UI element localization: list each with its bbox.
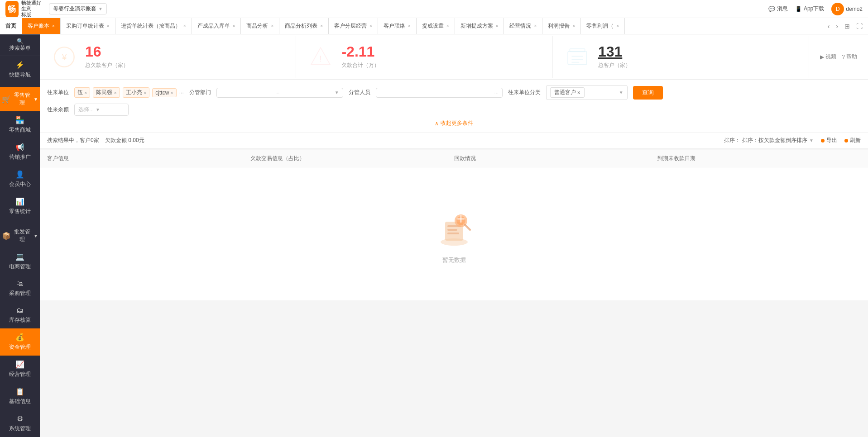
marketing-icon: 📢 — [15, 143, 24, 152]
sidebar-item-member[interactable]: 👤 会员中心 — [0, 166, 40, 193]
help-btn[interactable]: ? 帮助 — [842, 53, 857, 61]
filter-balance-input[interactable]: 选择... ▼ — [74, 104, 129, 116]
app-download-btn[interactable]: 📱 App下载 — [795, 5, 824, 13]
tab-close-icon[interactable]: × — [271, 24, 273, 28]
sidebar-item-operations[interactable]: 📈 经营管理 — [0, 356, 40, 383]
tag-close-chen[interactable]: × — [114, 90, 116, 95]
filter-person-select[interactable]: ··· — [376, 88, 503, 98]
member-icon: 👤 — [15, 170, 24, 179]
sort-selector[interactable]: 排序： 排序：按欠款金额倒序排序 ▼ — [724, 137, 814, 144]
query-button[interactable]: 查询 — [633, 86, 663, 100]
purchase-icon: 🛍 — [16, 280, 24, 288]
sidebar-item-inventory[interactable]: 🗂 库存核算 — [0, 302, 40, 328]
app-icon: 📱 — [795, 6, 802, 12]
svg-text:¥: ¥ — [62, 52, 67, 62]
video-btn[interactable]: ▶ 视频 — [820, 53, 836, 61]
tab-close-icon[interactable]: × — [496, 24, 499, 28]
filter-tag-cjttcw: cjttcw × — [152, 88, 176, 97]
filter-tag-wang: 王小亮 × — [123, 87, 149, 98]
svg-rect-13 — [447, 233, 459, 234]
filter-more-btn[interactable]: ··· — [179, 90, 184, 96]
tab-scroll-right-icon[interactable]: › — [834, 22, 840, 31]
sidebar-item-ecommerce[interactable]: 💻 电商管理 — [0, 248, 40, 275]
tag-close-wu[interactable]: × — [84, 90, 87, 95]
svg-text:!: ! — [320, 53, 322, 63]
tab-incoming-stats[interactable]: 进货单统计表（按商品） × — [115, 18, 192, 34]
avatar: D — [831, 3, 844, 15]
export-btn[interactable]: 导出 — [821, 137, 837, 144]
help-icon: ? — [842, 54, 845, 60]
sidebar-item-purchase[interactable]: 🛍 采购管理 — [0, 275, 40, 302]
filter-tag-wu: 伍 × — [74, 87, 90, 98]
classify-tag-close[interactable]: × — [577, 90, 580, 96]
sidebar-item-retail-stats[interactable]: 📊 零售统计 — [0, 193, 40, 220]
tab-customer-tier[interactable]: 客户分层经营 × — [329, 18, 378, 34]
tag-close-cjttcw[interactable]: × — [170, 90, 173, 95]
tab-close-icon[interactable]: × — [534, 24, 537, 28]
tab-more-icon[interactable]: ⊞ — [843, 22, 852, 31]
sidebar-item-marketing[interactable]: 📢 营销推广 — [0, 138, 40, 166]
message-btn[interactable]: 💬 消息 — [768, 5, 788, 13]
search-icon: 🔍 — [3, 38, 37, 44]
tab-fullscreen-icon[interactable]: ⛶ — [854, 22, 864, 31]
filter-label-classify: 往来单位分类 — [508, 89, 541, 96]
tag-close-wang[interactable]: × — [144, 90, 146, 95]
tab-add-commission[interactable]: 新增提成方案 × — [455, 18, 504, 34]
tab-close-icon[interactable]: × — [446, 24, 449, 28]
tab-profit-report[interactable]: 利润报告 × — [542, 18, 581, 34]
sidebar-item-finance[interactable]: 💰 资金管理 — [0, 328, 40, 356]
nav-tabs: 首页 客户账本 × 采购订单统计表 × 进货单统计表（按商品） × 产成品入库单… — [0, 18, 868, 34]
balance-chevron-icon: ▼ — [96, 107, 100, 112]
refresh-btn[interactable]: 刷新 — [844, 137, 861, 144]
tab-close-icon[interactable]: × — [233, 24, 235, 28]
user-menu[interactable]: D demo2 — [831, 3, 863, 15]
filter-classify-select[interactable]: 普通客户 × ▼ — [546, 85, 628, 100]
tab-close-icon[interactable]: × — [183, 24, 186, 28]
collapse-btn[interactable]: ∧ 收起更多条件 — [47, 119, 861, 127]
play-icon: ▶ — [820, 54, 824, 60]
sidebar-item-wholesale[interactable]: 📦 批发管理 ▼ — [0, 223, 40, 248]
sidebar-item-system[interactable]: ⚙ 系统管理 — [0, 410, 40, 437]
tab-customer-ledger[interactable]: 客户账本 × — [22, 18, 61, 34]
tab-commission-settings[interactable]: 提成设置 × — [417, 18, 455, 34]
top-bar-right: 💬 消息 📱 App下载 D demo2 — [768, 3, 863, 15]
chevron-down-icon: ▼ — [98, 6, 103, 11]
store-selector[interactable]: 母婴行业演示账套 ▼ — [49, 3, 107, 14]
tab-home[interactable]: 首页 — [0, 18, 22, 34]
stat-info-debt: -2.11 欠款合计（万） — [341, 44, 379, 69]
tab-close-icon[interactable]: × — [52, 24, 55, 28]
logo-text: 畅捷通好生意 标版 — [21, 0, 45, 18]
tab-operations[interactable]: 经营情况 × — [504, 18, 542, 34]
tab-customer-contact[interactable]: 客户联络 × — [378, 18, 417, 34]
filter-dept-select[interactable]: ··· ▼ — [216, 88, 343, 98]
dept-chevron-icon: ▼ — [335, 90, 339, 95]
tab-scroll-left-icon[interactable]: ‹ — [826, 22, 832, 31]
refresh-dot-icon — [844, 139, 848, 142]
total-value: 131 — [598, 44, 631, 59]
sidebar-search[interactable]: 🔍 搜索菜单 — [0, 34, 40, 56]
tab-close-icon[interactable]: × — [107, 24, 110, 28]
tab-retail-profit[interactable]: 零售利润（ × — [581, 18, 625, 34]
top-bar-left: 畅 畅捷通好生意 标版 母婴行业演示账套 ▼ — [5, 0, 107, 18]
collapse-icon: ∧ — [435, 120, 439, 127]
results-bar-right: 排序： 排序：按欠款金额倒序排序 ▼ 导出 刷新 — [724, 137, 861, 144]
tab-close-icon[interactable]: × — [572, 24, 575, 28]
tab-close-icon[interactable]: × — [408, 24, 411, 28]
table-area: 客户信息 欠款交易信息（占比） 回款情况 到期未收款日期 — [40, 150, 868, 300]
main-layout: 🔍 搜索菜单 ⚡ 快捷导航 🛒 零售管理 ▼ 🏪 零售商城 📢 营销推广 👤 会… — [0, 34, 868, 437]
logo-icon: 畅 — [5, 1, 19, 17]
no-data-illustration — [432, 204, 477, 249]
tab-close-icon[interactable]: × — [320, 24, 323, 28]
sidebar-item-retail-mall[interactable]: 🏪 零售商城 — [0, 111, 40, 138]
sidebar-item-quick-nav[interactable]: ⚡ 快捷导航 — [0, 56, 40, 83]
sidebar-item-retail[interactable]: 🛒 零售管理 ▼ — [0, 87, 40, 111]
tab-product-analysis[interactable]: 商品分析 × — [241, 18, 279, 34]
tab-purchase-order[interactable]: 采购订单统计表 × — [61, 18, 115, 34]
tab-product-analysis-list[interactable]: 商品分析列表 × — [279, 18, 329, 34]
export-dot-icon — [821, 139, 825, 142]
sidebar-item-basic-info[interactable]: 📋 基础信息 — [0, 383, 40, 410]
debt-value: -2.11 — [341, 44, 379, 59]
tab-close-icon[interactable]: × — [616, 24, 619, 28]
tab-close-icon[interactable]: × — [369, 24, 372, 28]
tab-product-inbound[interactable]: 产成品入库单 × — [192, 18, 241, 34]
